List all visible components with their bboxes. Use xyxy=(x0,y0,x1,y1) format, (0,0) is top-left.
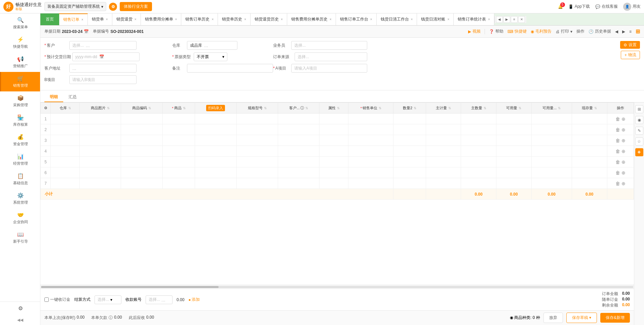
cell-qty2[interactable] xyxy=(393,114,426,124)
sidebar-item-marketing[interactable]: 📢 营销推广 xyxy=(0,52,40,72)
tab-close-icon[interactable]: × xyxy=(175,17,177,21)
scan-button[interactable]: 扫码录入 xyxy=(206,105,225,111)
address-input[interactable]: ... xyxy=(69,64,137,73)
tab-sales-bill[interactable]: 销货单 × xyxy=(88,13,112,25)
sidebar-item-purchase[interactable]: 📦 采购管理 xyxy=(0,91,40,111)
tab-close-icon[interactable]: × xyxy=(212,17,214,21)
solution-button[interactable]: 体验行业方案 xyxy=(120,2,152,11)
delete-row-button[interactable]: 🗑 xyxy=(615,138,620,143)
add-payment-button[interactable]: ● 添加 xyxy=(188,297,199,302)
tab-daily-clear-account[interactable]: 钱货日清对账 × xyxy=(417,13,454,25)
copy-row-button[interactable]: ⊕ xyxy=(621,181,626,186)
cell-attr[interactable] xyxy=(319,114,348,124)
settings-icon[interactable]: ⚙ xyxy=(109,3,117,11)
user-menu[interactable]: 👤 用友 xyxy=(623,3,641,11)
cell-warehouse[interactable] xyxy=(51,114,80,124)
payment-account-select[interactable]: 选择... ... xyxy=(146,295,173,304)
staff-input[interactable]: 选择... xyxy=(291,41,367,50)
shortcut-button[interactable]: ⌨ 快捷键 xyxy=(507,29,527,34)
cell-product[interactable] xyxy=(162,114,195,124)
tab-daily-clear-workbench[interactable]: 钱货日清工作台 × xyxy=(377,13,417,25)
new-document-button[interactable]: ⊞ xyxy=(636,28,640,35)
tab-sales-bill-history[interactable]: 销货单历史 × xyxy=(218,13,251,25)
delivery-date-input[interactable]: yyyy-mm-dd 📅 xyxy=(72,52,140,61)
tab-next-button[interactable]: ▶ xyxy=(503,16,510,23)
customer-input[interactable]: 选择... ... xyxy=(69,41,137,50)
save-draft-button[interactable]: 保存草稿 ▾ xyxy=(566,313,597,323)
copy-row-button[interactable]: ⊕ xyxy=(621,116,626,122)
tab-close-icon[interactable]: × xyxy=(488,17,490,21)
col-settings[interactable]: ⚙ xyxy=(41,103,51,114)
cell-customer-code[interactable] xyxy=(278,114,319,124)
tab-sales-return-history[interactable]: 销货退货历史 × xyxy=(251,13,287,25)
note-input[interactable] xyxy=(187,64,273,73)
horizontal-scrollbar[interactable] xyxy=(40,285,634,289)
cell-image[interactable] xyxy=(80,114,121,124)
cell-available[interactable] xyxy=(496,114,532,124)
tab-close-icon[interactable]: × xyxy=(281,17,283,21)
sidebar-item-sales[interactable]: 🛒 销售管理 xyxy=(0,72,40,91)
cell-main-qty[interactable] xyxy=(461,114,496,124)
copy-row-button[interactable]: ⊕ xyxy=(621,127,626,132)
sidebar-item-finance[interactable]: 💰 资金管理 xyxy=(0,130,40,150)
cell-current-stock[interactable] xyxy=(572,114,607,124)
tab-close-icon[interactable]: × xyxy=(447,17,449,21)
sidebar-item-inventory[interactable]: 🏪 库存核算 xyxy=(0,111,40,130)
info-icon[interactable]: ⓘ xyxy=(109,315,113,321)
payment-method-select[interactable]: 选择... ▾ xyxy=(94,295,121,304)
tab-order-workbench[interactable]: 销售订单工作台 × xyxy=(336,13,377,25)
cell-available2[interactable] xyxy=(531,114,572,124)
right-panel-icon-5[interactable]: ❖ xyxy=(635,148,643,156)
table-wrapper[interactable]: ⚙ 仓库⇅ 商品图片⇅ 商品编码⇅ xyxy=(40,103,634,285)
delete-row-button[interactable]: 🗑 xyxy=(615,127,620,132)
list-view-button[interactable]: ≡ xyxy=(629,29,632,34)
b-project-input[interactable]: 请输入B项目 xyxy=(69,75,137,84)
tab-sales-expense[interactable]: 销售费用分摊单 × xyxy=(141,13,182,25)
cell-code[interactable] xyxy=(121,114,162,124)
online-service[interactable]: 💬 在线客服 xyxy=(595,4,618,9)
sidebar-item-collab[interactable]: 🤝 企业协同 xyxy=(0,208,40,228)
copy-row-button[interactable]: ⊕ xyxy=(621,170,626,175)
calendar-icon[interactable]: 📅 xyxy=(84,29,89,34)
tab-expense-history[interactable]: 销售费用分摊单历史 × xyxy=(287,13,336,25)
sidebar-collapse-button[interactable]: ◀◀ xyxy=(0,315,40,325)
order-source-input[interactable]: 选择... xyxy=(295,52,367,61)
tab-close-icon[interactable]: × xyxy=(81,18,83,22)
right-panel-icon-1[interactable]: ⊞ xyxy=(635,105,643,113)
tab-close-icon[interactable]: × xyxy=(411,17,413,21)
sidebar-item-settings[interactable]: ⚙ xyxy=(0,302,40,315)
product-count-icon[interactable]: ◉ xyxy=(510,315,513,320)
right-panel-icon-3[interactable]: ✎ xyxy=(635,127,643,135)
app-download[interactable]: 📱 App下载 xyxy=(568,4,590,9)
tab-menu-button[interactable]: ≡ xyxy=(511,16,518,23)
detail-tab-summary[interactable]: 汇总 xyxy=(63,92,82,102)
one-click-deposit-checkbox[interactable]: 一键收订金 xyxy=(44,297,70,302)
tab-sales-summary[interactable]: 销售订单统计表 × xyxy=(454,13,494,25)
delete-row-button[interactable]: 🗑 xyxy=(615,116,620,122)
tab-close-icon[interactable]: × xyxy=(370,17,372,21)
logistics-button[interactable]: + 物流 xyxy=(621,51,640,59)
system-selector[interactable]: 装备及固定资产辅助管理系统 ▾ xyxy=(44,2,106,11)
sidebar-item-guide[interactable]: 📖 新手引导 xyxy=(0,228,40,247)
help-button[interactable]: ❓ 帮助 xyxy=(489,29,503,34)
sidebar-item-search[interactable]: 🔍 搜索菜单 xyxy=(0,13,40,33)
delete-row-button[interactable]: 🗑 xyxy=(615,159,620,165)
copy-row-button[interactable]: ⊕ xyxy=(621,159,626,165)
info-icon[interactable]: ⓘ xyxy=(300,106,304,111)
print-button[interactable]: 🖨 打印 ▾ xyxy=(556,29,572,34)
sidebar-item-operation[interactable]: 📊 经营管理 xyxy=(0,150,40,169)
col-scan[interactable]: 扫码录入 xyxy=(195,103,236,114)
tab-close-icon[interactable]: × xyxy=(135,17,137,21)
cell-spec[interactable] xyxy=(236,114,278,124)
pagination-prev[interactable]: ◀ xyxy=(615,29,618,34)
tab-close-all-button[interactable]: ✕ xyxy=(518,16,525,23)
sidebar-item-base-info[interactable]: 📋 基础信息 xyxy=(0,169,40,189)
notification-bell[interactable]: 🔔 5 xyxy=(558,4,563,9)
invoice-type-select[interactable]: 不开票 ▾ xyxy=(194,52,227,61)
history-button[interactable]: 🕐 历史单据 xyxy=(589,29,611,34)
delete-row-button[interactable]: 🗑 xyxy=(615,170,620,175)
a-project-input[interactable]: 请输入A项目 xyxy=(291,64,367,73)
right-panel-icon-4[interactable]: ☆ xyxy=(635,137,643,146)
tab-close-icon[interactable]: × xyxy=(244,17,246,21)
tab-close-icon[interactable]: × xyxy=(330,17,332,21)
